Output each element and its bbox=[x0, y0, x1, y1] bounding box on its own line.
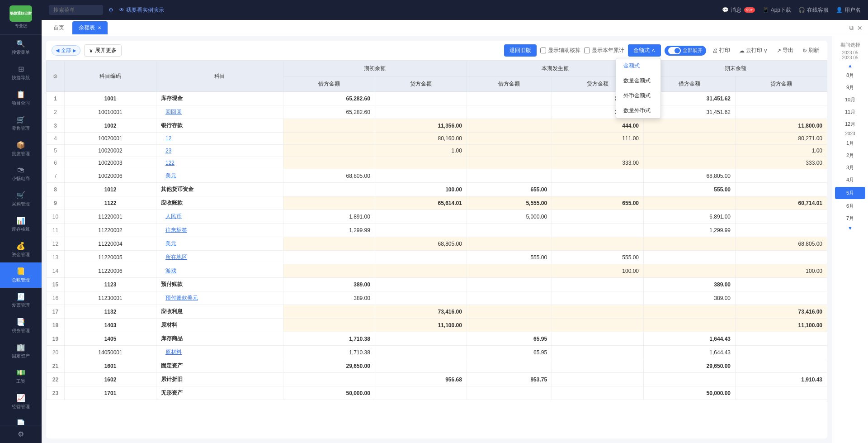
show-ytd-check[interactable]: 显示本年累计 bbox=[584, 47, 624, 54]
settings-icon[interactable]: ⚙ bbox=[18, 430, 24, 438]
sidebar-item-nav[interactable]: ⊞快捷导航 bbox=[0, 60, 42, 86]
row-num: 18 bbox=[47, 319, 65, 332]
mode-option-foreign_amount[interactable]: 外币金额式 bbox=[616, 88, 660, 103]
months-list: 8月9月10月11月12月20231月2月3月4月5月6月7月 bbox=[832, 69, 868, 224]
account-link[interactable]: 回回回 bbox=[165, 109, 182, 115]
row-num: 9 bbox=[47, 196, 65, 210]
message-btn[interactable]: 💬 消息 99+ bbox=[722, 6, 755, 14]
sidebar-item-tax[interactable]: 📑税务管理 bbox=[0, 313, 42, 338]
print-btn[interactable]: 🖨 打印 bbox=[710, 45, 733, 56]
sidebar-item-ledger[interactable]: 📒总账管理 bbox=[0, 262, 42, 288]
sidebar-item-ecommerce[interactable]: 🛍小畅电商 bbox=[0, 162, 42, 186]
demo-link[interactable]: 👁 我要看实例演示 bbox=[119, 6, 164, 14]
tab-home[interactable]: 首页 bbox=[47, 21, 71, 34]
sidebar-bottom[interactable]: ⚙ bbox=[0, 425, 42, 443]
table-row: 10 11220001 人民币 1,891.00 5,000.00 6,891.… bbox=[47, 210, 827, 224]
account-link[interactable]: 所在地区 bbox=[165, 254, 187, 260]
account-link[interactable]: 往来标签 bbox=[165, 227, 187, 233]
account-link[interactable]: 美元 bbox=[165, 172, 176, 179]
account-link[interactable]: 人民币 bbox=[165, 213, 182, 219]
online-service-btn[interactable]: 🎧 在线客服 bbox=[798, 6, 829, 14]
return-old-btn[interactable]: 退回旧版 bbox=[504, 44, 537, 57]
row-cur-credit bbox=[552, 386, 644, 400]
sidebar-item-capital[interactable]: 💰资金管理 bbox=[0, 237, 42, 262]
row-open-credit bbox=[375, 251, 467, 264]
refresh-btn[interactable]: ↻ 刷新 bbox=[800, 45, 822, 56]
topbar-settings[interactable]: ⚙ bbox=[108, 7, 113, 13]
sidebar-item-purchase[interactable]: 🛒采购管理 bbox=[0, 186, 42, 212]
row-open-credit bbox=[375, 224, 467, 237]
panel-month-item[interactable]: 1月 bbox=[832, 137, 868, 149]
row-cur-debit bbox=[467, 278, 552, 291]
row-open-credit: 1.00 bbox=[375, 145, 467, 157]
sidebar-item-project[interactable]: 📋项目合同 bbox=[0, 86, 42, 111]
sidebar-item-retail[interactable]: 🛒零售管理 bbox=[0, 111, 42, 136]
sidebar-icon-retail: 🛒 bbox=[16, 115, 25, 124]
user-menu[interactable]: 👤 用户名 bbox=[836, 6, 861, 14]
sidebar-item-assets[interactable]: 🏢固定资产 bbox=[0, 338, 42, 364]
period-down-btn[interactable]: ▼ bbox=[832, 224, 868, 232]
col-header-end-balance: 期末余额 bbox=[644, 61, 827, 76]
sidebar-item-biz[interactable]: 📈经营管理 bbox=[0, 389, 42, 414]
mode-btn[interactable]: 金额式 ∧ bbox=[628, 44, 661, 57]
table-settings-icon[interactable]: ⚙ bbox=[53, 73, 58, 80]
panel-month-item[interactable]: 11月 bbox=[832, 106, 868, 118]
panel-month-item[interactable]: 6月 bbox=[832, 200, 868, 212]
table-row: 5 10020002 23 1.00 1.00 bbox=[47, 145, 827, 157]
sidebar-item-search[interactable]: 🔍搜索菜单 bbox=[0, 35, 42, 60]
account-link[interactable]: 预付账款美元 bbox=[165, 295, 198, 301]
account-link[interactable]: 23 bbox=[165, 148, 171, 154]
cloud-print-btn[interactable]: ☁ 云打印 ∨ bbox=[736, 45, 770, 56]
expand-btn[interactable]: ∨ 展开更多 bbox=[84, 44, 122, 57]
sidebar-item-wholesale[interactable]: 📦批发管理 bbox=[0, 136, 42, 162]
col-header-name: 科目 bbox=[156, 61, 283, 92]
sidebar-item-invoice[interactable]: 🧾发票管理 bbox=[0, 288, 42, 313]
table-row: 12 11220004 美元 68,805.00 68,805.00 bbox=[47, 237, 827, 251]
tab-close-icon[interactable]: ✕ bbox=[98, 25, 101, 30]
row-cur-credit: 111.00 bbox=[552, 133, 644, 145]
logo-icon: 畅捷通好业财 bbox=[9, 5, 32, 22]
row-cur-debit bbox=[467, 133, 552, 145]
row-name: 预付账款美元 bbox=[156, 291, 283, 305]
row-num: 5 bbox=[47, 145, 65, 157]
tab-balance[interactable]: 余额表 ✕ bbox=[72, 21, 108, 34]
row-cur-debit: 5,000.00 bbox=[467, 210, 552, 224]
account-name: 预付账款 bbox=[161, 281, 183, 287]
mode-option-quantity_foreign[interactable]: 数量外币式 bbox=[616, 103, 660, 118]
tab-restore-icon[interactable]: ⧉ bbox=[849, 24, 854, 32]
panel-month-active[interactable]: 5月 bbox=[835, 187, 865, 199]
expand-all-toggle[interactable]: 全部展开 bbox=[665, 46, 706, 56]
show-auxiliary-check[interactable]: 显示辅助核算 bbox=[540, 47, 580, 54]
app-download-btn[interactable]: 📱 App下载 bbox=[762, 6, 791, 14]
panel-month-item[interactable]: 7月 bbox=[832, 212, 868, 224]
row-num: 20 bbox=[47, 346, 65, 359]
sidebar-item-payroll[interactable]: 💵工资 bbox=[0, 364, 42, 389]
row-open-credit: 956.68 bbox=[375, 373, 467, 386]
mode-option-quantity_amount[interactable]: 数量金额式 bbox=[616, 73, 660, 88]
panel-month-item[interactable]: 2月 bbox=[832, 149, 868, 162]
row-code: 11220005 bbox=[65, 251, 156, 264]
sidebar-item-report[interactable]: 📄小畅报销 bbox=[0, 414, 42, 425]
row-cur-debit: 555.00 bbox=[467, 251, 552, 264]
sidebar-item-inventory[interactable]: 📊库存核算 bbox=[0, 212, 42, 237]
panel-month-item[interactable]: 3月 bbox=[832, 162, 868, 174]
panel-month-item[interactable]: 4月 bbox=[832, 174, 868, 186]
export-btn[interactable]: ↗ 导出 bbox=[774, 45, 796, 56]
panel-month-item[interactable]: 9月 bbox=[832, 81, 868, 94]
panel-month-item[interactable]: 8月 bbox=[832, 69, 868, 81]
account-link[interactable]: 12 bbox=[165, 135, 171, 142]
filter-tag[interactable]: ◀ 全部 ▶ bbox=[52, 45, 80, 56]
account-link[interactable]: 原材料 bbox=[165, 349, 182, 355]
panel-month-item[interactable]: 12月 bbox=[832, 118, 868, 130]
row-code: 1012 bbox=[65, 183, 156, 196]
period-up-btn[interactable]: ▲ bbox=[832, 62, 868, 69]
search-input[interactable] bbox=[49, 5, 103, 15]
account-link[interactable]: 122 bbox=[165, 160, 175, 166]
row-code: 1122 bbox=[65, 196, 156, 210]
panel-month-item[interactable]: 10月 bbox=[832, 94, 868, 106]
col-header-code: 科目编码 bbox=[65, 61, 156, 92]
account-link[interactable]: 美元 bbox=[165, 240, 176, 247]
account-link[interactable]: 游戏 bbox=[165, 267, 176, 274]
tab-close-window-icon[interactable]: ✕ bbox=[857, 24, 863, 32]
mode-option-amount[interactable]: 金额式 bbox=[616, 58, 660, 73]
